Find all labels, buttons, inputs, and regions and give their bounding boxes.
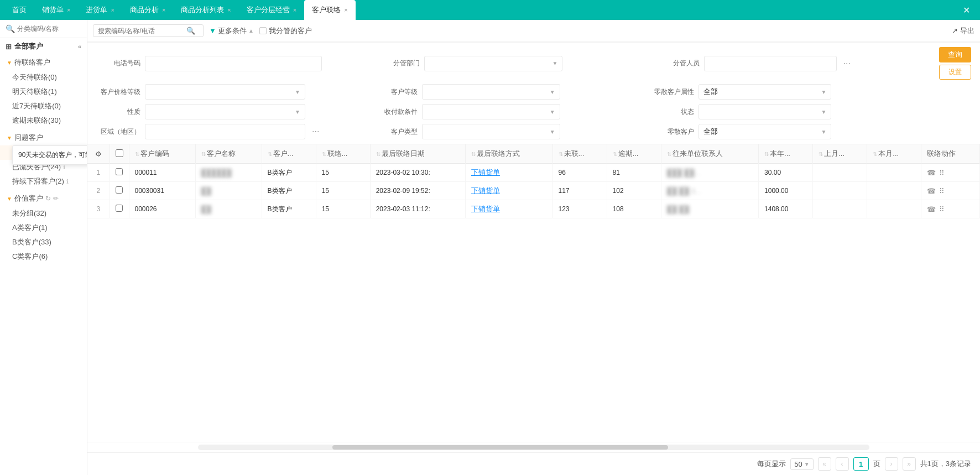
h-scrollbar-thumb[interactable]: [332, 445, 668, 450]
sidebar-item-today[interactable]: 今天待联络(0): [0, 70, 87, 85]
filter-payment-select[interactable]: ▼: [422, 104, 560, 119]
main-search-icon[interactable]: 🔍: [186, 27, 195, 35]
nav-home[interactable]: 首页: [4, 0, 34, 20]
th-this-month[interactable]: ⇅ 本月...: [867, 144, 921, 164]
row-checkbox-2[interactable]: [116, 186, 123, 194]
last-page-btn[interactable]: »: [903, 457, 916, 471]
more-conditions-btn[interactable]: ▼ 更多条件 ▲: [209, 26, 254, 36]
th-last-method[interactable]: ⇅ 最后联络方式: [465, 144, 552, 164]
close-analysis-list-icon[interactable]: ×: [227, 7, 231, 13]
cell-overdue-1: 81: [607, 164, 661, 182]
sidebar-group-problem[interactable]: ▼ 问题客户 90天未交易的客户，可能有流失风险。: [0, 130, 87, 145]
filter-dept: 分管部门 ▼: [376, 56, 655, 71]
more-icon-1[interactable]: ⠿: [939, 169, 945, 177]
row-checkbox-3[interactable]: [116, 205, 123, 212]
cell-overdue-3: 108: [607, 200, 661, 218]
filter-customer-tier-select[interactable]: ▼: [422, 84, 560, 100]
my-customers-checkbox-wrap: 我分管的客户: [259, 26, 312, 36]
sidebar-search-input[interactable]: [17, 25, 81, 33]
more-icon-3[interactable]: ⠿: [939, 205, 945, 213]
sidebar-item-classB[interactable]: B类客户(33): [0, 235, 87, 249]
th-overdue[interactable]: ⇅ 逾期...: [607, 144, 661, 164]
next-page-btn[interactable]: ›: [885, 457, 898, 471]
th-name[interactable]: ⇅ 客户名称: [195, 144, 262, 164]
nav-tab-saleslip[interactable]: 销货单 ×: [34, 0, 78, 20]
contact-icon-1[interactable]: ☎: [927, 169, 936, 177]
sidebar-group-value[interactable]: ▼ 价值客户 ↻ ✏: [0, 191, 87, 206]
filter-retail-attr-select[interactable]: 全部 ▼: [698, 84, 831, 100]
filter-manager-select[interactable]: [704, 56, 837, 71]
th-not-contacted[interactable]: ⇅ 未联...: [552, 144, 607, 164]
page-size-select[interactable]: 50 ▼: [790, 458, 813, 470]
cell-check-3[interactable]: [110, 200, 129, 218]
nav-tab-purchase[interactable]: 进货单 ×: [78, 0, 122, 20]
sidebar-item-classA[interactable]: A类客户(1): [0, 221, 87, 235]
filter-retail-select[interactable]: 全部 ▼: [698, 124, 831, 139]
cell-method-3[interactable]: 下销货单: [465, 200, 552, 218]
sidebar-item-declining[interactable]: 持续下滑客户(2) ℹ: [0, 174, 87, 189]
sidebar-item-overdue[interactable]: 逾期未联络(30): [0, 113, 87, 128]
th-this-year[interactable]: ⇅ 本年...: [759, 144, 813, 164]
contact-icon-2[interactable]: ☎: [927, 187, 936, 195]
collapse-icon[interactable]: «: [78, 43, 81, 50]
region-ellipsis[interactable]: ···: [310, 127, 321, 137]
filter-ctype-select[interactable]: ▼: [422, 124, 560, 139]
window-close-icon[interactable]: ✕: [957, 5, 976, 15]
h-scrollbar-track[interactable]: [198, 445, 869, 450]
more-icon-2[interactable]: ⠿: [939, 187, 945, 195]
filter-ellipsis-1[interactable]: ···: [841, 59, 853, 69]
filter-dept-select[interactable]: ▼: [424, 56, 562, 71]
nav-tab-analysis[interactable]: 商品分析 ×: [122, 0, 173, 20]
cell-method-1[interactable]: 下销货单: [465, 164, 552, 182]
sidebar-all-customers[interactable]: ⊞ 全部客户 «: [0, 38, 87, 55]
th-checkbox[interactable]: [110, 144, 129, 164]
th-last-date[interactable]: ⇅ 最后联络日期: [370, 144, 465, 164]
cell-check-2[interactable]: [110, 182, 129, 200]
my-customers-checkbox[interactable]: [259, 27, 267, 34]
query-button[interactable]: 查询: [939, 47, 971, 62]
filter-status-select[interactable]: ▼: [698, 104, 831, 119]
close-analysis-icon[interactable]: ×: [162, 7, 165, 13]
cell-check-1[interactable]: [110, 164, 129, 182]
sidebar-item-7days[interactable]: 近7天待联络(0): [0, 99, 87, 113]
filter-price-tier-select[interactable]: ▼: [145, 84, 305, 100]
export-btn[interactable]: ↗ 导出: [952, 26, 974, 36]
filter-panel: 电话号码 分管部门 ▼ 分管人员 ···: [87, 42, 980, 144]
settings-button[interactable]: 设置: [939, 65, 971, 80]
gear-icon[interactable]: ⚙: [95, 150, 102, 158]
close-saleslip-icon[interactable]: ×: [67, 7, 70, 13]
nav-tab-customer-tier[interactable]: 客户分层经营 ×: [239, 0, 304, 20]
prev-page-btn[interactable]: ‹: [836, 457, 849, 471]
th-gear[interactable]: ⚙: [87, 144, 110, 164]
th-type[interactable]: ⇅ 客户...: [262, 144, 316, 164]
sidebar-item-classC[interactable]: C类客户(6): [0, 249, 87, 264]
refresh-icon[interactable]: ↻: [45, 195, 51, 202]
table-row: 1 000011 ██████ B类客户 15 2023-03-02 10:30…: [87, 164, 980, 182]
filter-nature-select[interactable]: ▼: [145, 104, 305, 119]
row-action-btns-2[interactable]: ☎ ⠿: [927, 187, 974, 195]
sidebar-group-pending[interactable]: ▼ 待联络客户: [0, 55, 87, 70]
th-contacts-person[interactable]: ⇅ 往来单位联系人: [661, 144, 758, 164]
th-last-month[interactable]: ⇅ 上月...: [813, 144, 867, 164]
close-purchase-icon[interactable]: ×: [111, 7, 114, 13]
main-search-input[interactable]: [98, 27, 186, 35]
select-all-checkbox[interactable]: [116, 149, 123, 157]
edit-value-icon[interactable]: ✏: [53, 195, 59, 202]
row-action-btns-1[interactable]: ☎ ⠿: [927, 169, 974, 177]
th-code[interactable]: ⇅ 客户编码: [129, 144, 195, 164]
first-page-btn[interactable]: «: [818, 457, 831, 471]
cell-method-2[interactable]: 下销货单: [465, 182, 552, 200]
row-action-btns-3[interactable]: ☎ ⠿: [927, 205, 974, 213]
filter-region-input[interactable]: [145, 124, 305, 139]
close-contact-icon[interactable]: ×: [344, 7, 347, 13]
filter-phone-input[interactable]: [145, 56, 322, 71]
sidebar-item-tomorrow[interactable]: 明天待联络(1): [0, 85, 87, 99]
sidebar-item-ungroup[interactable]: 未分组(32): [0, 206, 87, 221]
arrow-icon-3: ▼: [7, 196, 12, 202]
th-contacts[interactable]: ⇅ 联络...: [316, 144, 370, 164]
row-checkbox-1[interactable]: [116, 168, 123, 175]
nav-tab-customer-contact[interactable]: 客户联络 ×: [304, 0, 355, 20]
close-tier-icon[interactable]: ×: [293, 7, 296, 13]
nav-tab-analysis-list[interactable]: 商品分析列表 ×: [173, 0, 238, 20]
contact-icon-3[interactable]: ☎: [927, 205, 936, 213]
